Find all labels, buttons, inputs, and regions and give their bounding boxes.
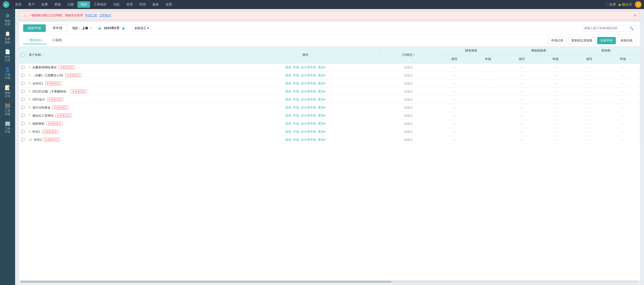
op-tax-table-4[interactable]: 税表 <box>285 98 291 101</box>
op-submit-6[interactable]: 申报 <box>293 114 299 117</box>
op-submit-9[interactable]: 申报 <box>293 138 299 141</box>
row-number: 4 <box>29 90 31 93</box>
op-zero-submit-4[interactable]: 设为零申报 <box>301 98 316 101</box>
row-finance-submit: — <box>471 88 505 96</box>
op-tax-table-9[interactable]: 税表 <box>285 138 291 141</box>
op-submit-3[interactable]: 申报 <box>293 90 299 93</box>
btn-update-data[interactable]: 更新统定及取数 <box>568 37 596 44</box>
op-more-7[interactable]: 更多▾ <box>318 122 326 125</box>
btn-declaration-records[interactable]: 申报记录 <box>548 37 567 44</box>
nav-item-operation[interactable]: 经营 <box>136 1 149 8</box>
op-zero-submit-8[interactable]: 设为零申报 <box>301 130 316 133</box>
btn-retrieve-receipt[interactable]: 收取回执 <box>617 37 636 44</box>
sidebar-item-tax-settings[interactable]: ⚙ 报税设置 <box>1 11 14 28</box>
sidebar-item-settlement[interactable]: 🧮 汇算清缴 <box>1 101 14 118</box>
banner-link-report[interactable]: 申报汇签 <box>85 13 97 18</box>
row-customer-name: 10 科目2 未更新税定 <box>27 136 231 144</box>
op-more-6[interactable]: 更多▾ <box>318 114 326 117</box>
op-more-5[interactable]: 更多▾ <box>318 106 326 109</box>
nav-item-service[interactable]: 服务 <box>149 1 162 8</box>
op-more-4[interactable]: 更多▾ <box>318 98 326 101</box>
nav-item-billing[interactable]: 收费 <box>38 1 51 8</box>
op-submit-0[interactable]: 申报 <box>293 66 299 69</box>
tab-general-taxpayer[interactable]: 一般的纳人 <box>23 37 47 44</box>
table-row: 3 合作社1 未更新税定 税表 申报 设为零申报 更多▾ 未插入 — — — —… <box>19 80 640 88</box>
sidebar-item-tax-overview[interactable]: 📄 报税总览 <box>1 47 14 64</box>
op-tax-table-2[interactable]: 税表 <box>285 82 291 85</box>
row-checkbox-6[interactable] <box>21 114 24 117</box>
fullscreen-btn[interactable]: ⛶ 全屏 <box>605 2 616 7</box>
op-tax-table-3[interactable]: 税表 <box>285 90 291 93</box>
row-checkbox-7[interactable] <box>21 122 24 125</box>
op-submit-1[interactable]: 申报 <box>293 74 299 77</box>
nav-item-business[interactable]: 工商项目 <box>91 1 110 8</box>
op-zero-submit-5[interactable]: 设为零申报 <box>301 106 316 109</box>
user-avatar[interactable]: U <box>635 1 641 8</box>
select-all-checkbox[interactable] <box>21 53 24 56</box>
op-tax-table-5[interactable]: 税表 <box>285 106 291 109</box>
op-more-9[interactable]: 更多▾ <box>318 138 326 141</box>
row-checkbox-0[interactable] <box>21 66 24 69</box>
op-zero-submit-1[interactable]: 设为零申报 <box>301 74 316 77</box>
op-more-3[interactable]: 更多▾ <box>318 90 326 93</box>
upgrade-btn[interactable]: ▶ 畅会员 <box>619 2 632 7</box>
nav-item-message[interactable]: 消息 <box>110 1 123 8</box>
tab-tax-declaration[interactable]: 税款申报 <box>23 24 46 32</box>
nav-item-settings[interactable]: 设置 <box>163 1 175 8</box>
row-checkbox-2[interactable] <box>21 82 24 85</box>
date-next-btn[interactable]: ▶ <box>121 25 127 31</box>
sidebar-item-tax-records[interactable]: 📝 报税记录 <box>1 83 14 100</box>
op-submit-8[interactable]: 申报 <box>293 130 299 133</box>
row-checkbox-8[interactable] <box>21 130 24 133</box>
app-logo[interactable]: 财 <box>3 1 10 8</box>
op-tax-table-0[interactable]: 税表 <box>285 66 291 69</box>
nav-item-manage[interactable]: 管理 <box>123 1 136 8</box>
op-more-2[interactable]: 更多▾ <box>318 82 326 85</box>
nav-item-tax[interactable]: 报税 <box>77 1 90 8</box>
row-checkbox-9[interactable] <box>21 138 24 141</box>
row-tax-submit: — <box>539 96 572 104</box>
op-tax-table-8[interactable]: 税表 <box>285 130 291 133</box>
sidebar-item-batch-tax[interactable]: 📋 批量报税 <box>1 29 14 46</box>
nav-item-customer[interactable]: 客户 <box>25 1 38 8</box>
row-checkbox-5[interactable] <box>21 106 24 109</box>
op-zero-submit-2[interactable]: 设为零申报 <box>301 82 316 85</box>
nav-item-accounting[interactable]: 记账 <box>64 1 77 8</box>
op-submit-2[interactable]: 申报 <box>293 82 299 85</box>
op-zero-submit-7[interactable]: 设为零申报 <box>301 122 316 125</box>
row-add-fill: — <box>572 64 606 72</box>
op-more-8[interactable]: 更多▾ <box>318 130 326 133</box>
op-submit-5[interactable]: 申报 <box>293 106 299 109</box>
horizontal-scrollbar[interactable] <box>19 280 640 283</box>
tab-zero-declaration[interactable]: 零申报 <box>48 24 67 32</box>
row-checkbox-1[interactable] <box>21 74 24 77</box>
op-zero-submit-0[interactable]: 设为零申报 <box>301 66 316 69</box>
op-zero-submit-9[interactable]: 设为零申报 <box>301 138 316 141</box>
sidebar-item-annual-report[interactable]: 🏢 工商年报 <box>1 119 14 135</box>
banner-link-buy[interactable]: 立即购买 <box>99 13 111 18</box>
nav-item-home[interactable]: 首页 <box>12 1 25 8</box>
op-tax-table-7[interactable]: 税表 <box>285 122 291 125</box>
banner-close-btn[interactable]: ✕ <box>633 13 637 18</box>
op-more-0[interactable]: 更多▾ <box>318 66 326 69</box>
nav-item-invoice[interactable]: 票据 <box>51 1 64 8</box>
op-submit-7[interactable]: 申报 <box>293 122 299 125</box>
op-zero-submit-3[interactable]: 设为零申报 <box>301 90 316 93</box>
op-submit-4[interactable]: 申报 <box>293 98 299 101</box>
tab-small-scale[interactable]: 小规模 <box>49 37 65 44</box>
search-button[interactable]: 🔍 <box>627 25 636 31</box>
op-tax-table-1[interactable]: 税表 <box>285 74 291 77</box>
op-more-1[interactable]: 更多▾ <box>318 74 326 77</box>
row-checkbox-cell <box>19 136 27 144</box>
date-prev-btn[interactable]: ◀ <box>96 25 102 31</box>
row-checkbox-3[interactable] <box>21 90 24 93</box>
search-input[interactable] <box>582 25 627 31</box>
region-info-icon[interactable]: ℹ <box>90 26 91 30</box>
op-zero-submit-6[interactable]: 设为零申报 <box>301 114 316 117</box>
sidebar-item-personal-tax[interactable]: 👤 个税申报 <box>1 65 14 82</box>
btn-batch-declaration[interactable]: 批量申报 <box>597 37 616 44</box>
ca-info-icon[interactable]: ℹ <box>414 53 415 57</box>
department-select[interactable]: 全部员工 ▾ <box>132 25 151 32</box>
row-checkbox-4[interactable] <box>21 98 24 101</box>
op-tax-table-6[interactable]: 税表 <box>285 114 291 117</box>
